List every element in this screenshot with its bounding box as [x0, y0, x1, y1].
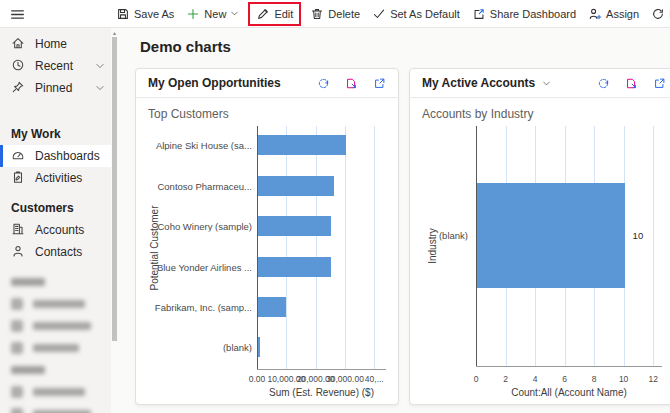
pencil-icon — [256, 7, 270, 21]
y-axis-label: Industry — [427, 228, 438, 264]
sidebar-item-activities[interactable]: Activities — [0, 167, 118, 189]
bar-coho-winery-sample[interactable] — [258, 216, 331, 236]
chart-plot-area: 024681012(blank)10Count:All (Account Nam… — [410, 69, 670, 404]
bar-fabrikam-inc-samp[interactable] — [258, 297, 286, 317]
sidebar-group-header: My Work — [0, 123, 118, 145]
redacted-icon — [11, 386, 23, 398]
sidebar-group-header-redacted — [11, 278, 45, 286]
command-bar: Save AsNewEditDeleteSet As DefaultShare … — [0, 0, 670, 28]
hamburger-menu-icon[interactable] — [9, 6, 26, 23]
chevron-down-icon — [95, 83, 105, 93]
gridline — [374, 126, 375, 369]
gridline — [286, 126, 287, 369]
chart-plot-area: 0.0010,000.0020,000.0030,000.0040,...Alp… — [136, 69, 398, 404]
sidebar-item-accounts[interactable]: Accounts — [0, 219, 118, 241]
command-new[interactable]: New — [180, 0, 245, 27]
sidebar-item-pinned[interactable]: Pinned — [0, 77, 118, 99]
chevron-icon — [230, 9, 239, 18]
command-assign[interactable]: Assign — [582, 0, 645, 27]
site-map-sidebar: HomeRecentPinnedMy WorkDashboardsActivit… — [0, 28, 118, 413]
gridline — [653, 126, 654, 366]
x-tick-label: 40,... — [365, 374, 384, 384]
x-tick-label: 0 — [474, 374, 479, 384]
x-tick-label: 2 — [503, 374, 508, 384]
command-edit[interactable]: Edit — [248, 2, 301, 26]
x-axis-label: Sum (Est. Revenue) ($) — [269, 387, 374, 398]
command-label: Share Dashboard — [490, 8, 576, 20]
redacted-label — [33, 300, 85, 308]
sidebar-item-redacted[interactable] — [0, 315, 118, 337]
category-label: Contoso Pharmaceu... — [140, 181, 252, 192]
gauge-icon — [11, 148, 25, 165]
check-icon — [372, 7, 386, 21]
sidebar-item-home[interactable]: Home — [0, 33, 118, 55]
command-save-as[interactable]: Save As — [110, 0, 180, 27]
command-label: Delete — [328, 8, 360, 20]
share-icon — [472, 7, 486, 21]
sidebar-item-recent[interactable]: Recent — [0, 55, 118, 77]
gridline — [316, 126, 317, 369]
x-axis-line — [257, 369, 386, 370]
chevron-down-icon — [95, 61, 105, 71]
sidebar-item-dashboards[interactable]: Dashboards — [0, 145, 118, 167]
trash-icon — [310, 7, 324, 21]
command-delete[interactable]: Delete — [304, 0, 366, 27]
clipboard-icon — [11, 170, 25, 187]
scrollbar-up-arrow[interactable]: ▲ — [112, 30, 117, 36]
bar-blank[interactable] — [477, 183, 625, 288]
sidebar-item-redacted[interactable] — [0, 381, 118, 403]
command-list: Save AsNewEditDeleteSet As DefaultShare … — [110, 0, 670, 27]
sidebar-item-redacted[interactable] — [0, 403, 118, 413]
person-icon — [11, 244, 25, 261]
bar-blank[interactable] — [258, 337, 260, 357]
home-icon — [11, 36, 25, 53]
redacted-label — [33, 344, 79, 352]
building-icon — [11, 222, 25, 239]
command-label: Assign — [606, 8, 639, 20]
bar-contoso-pharmaceu[interactable] — [258, 176, 334, 196]
refresh-icon — [651, 7, 665, 21]
sidebar-group-header-redacted — [11, 366, 45, 374]
command-share-dashboard[interactable]: Share Dashboard — [466, 0, 582, 27]
pin-icon — [11, 80, 25, 97]
x-tick-label: 10 — [619, 374, 628, 384]
sidebar-scrollbar: ▲ — [111, 28, 118, 413]
bar-alpine-ski-house-sa[interactable] — [258, 135, 346, 155]
redacted-label — [33, 322, 91, 330]
sidebar-item-redacted[interactable] — [0, 293, 118, 315]
main-content: Demo charts My Open OpportunitiesTop Cus… — [118, 28, 670, 413]
y-axis-label: Potential Customer — [149, 205, 160, 290]
sidebar-group-header: Customers — [0, 197, 118, 219]
sidebar-item-label: Dashboards — [35, 149, 100, 163]
bar-data-label: 10 — [633, 230, 644, 241]
sidebar-item-redacted[interactable] — [0, 337, 118, 359]
command-label: Set As Default — [390, 8, 460, 20]
command-label: Edit — [274, 8, 293, 20]
sidebar-item-label: Accounts — [35, 223, 84, 237]
gridline — [345, 126, 346, 369]
sidebar-item-label: Home — [35, 37, 67, 51]
sidebar-items: HomeRecentPinnedMy WorkDashboardsActivit… — [0, 33, 118, 413]
chart-card-my-active-accounts: My Active AccountsAccounts by Industry02… — [409, 68, 670, 405]
command-refresh-all[interactable]: Refresh All — [645, 0, 670, 27]
clock-icon — [11, 58, 25, 75]
category-label: (blank) — [416, 230, 468, 241]
redacted-icon — [11, 298, 23, 310]
page-title: Demo charts — [140, 38, 231, 55]
x-tick-label: 30,000.00 — [326, 374, 364, 384]
sidebar-item-label: Recent — [35, 59, 73, 73]
scrollbar-thumb[interactable] — [112, 37, 117, 341]
cards-row: My Open OpportunitiesTop Customers0.0010… — [135, 68, 670, 405]
sidebar-item-contacts[interactable]: Contacts — [0, 241, 118, 263]
category-label: Alpine Ski House (sa... — [140, 140, 252, 151]
x-tick-label: 0.00 — [249, 374, 266, 384]
x-tick-label: 8 — [592, 374, 597, 384]
x-tick-label: 4 — [533, 374, 538, 384]
command-set-as-default[interactable]: Set As Default — [366, 0, 466, 27]
x-tick-label: 6 — [562, 374, 567, 384]
redacted-icon — [11, 342, 23, 354]
bar-blue-yonder-airlines[interactable] — [258, 257, 331, 277]
x-axis-line — [476, 366, 662, 367]
dashboard-selector[interactable]: Demo charts — [140, 38, 239, 55]
redacted-label — [33, 388, 85, 396]
